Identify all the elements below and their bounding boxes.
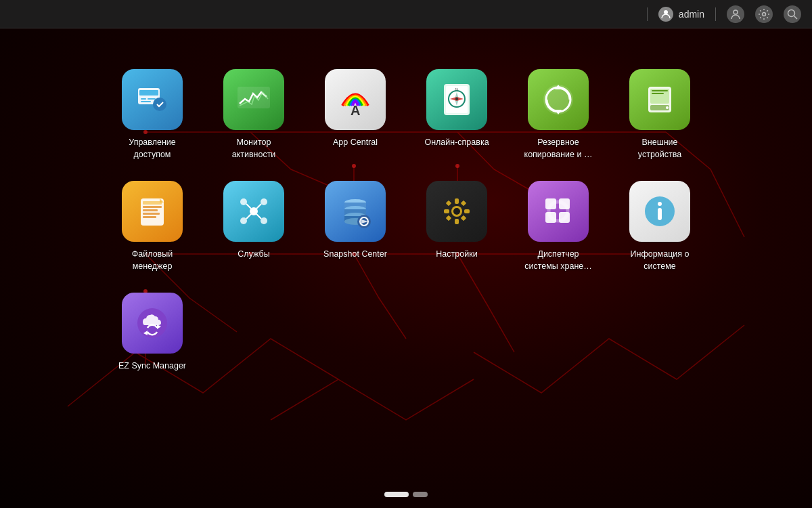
ez-sync-manager-icon <box>122 293 183 354</box>
activity-monitor-label: Мониторактивности <box>232 137 276 161</box>
file-manager-label: Файловыйменеджер <box>132 249 173 272</box>
svg-point-22 <box>763 12 766 16</box>
system-info-icon <box>629 181 690 242</box>
svg-line-24 <box>794 16 798 19</box>
app-app-central[interactable]: A App Central <box>311 69 399 161</box>
svg-rect-26 <box>139 90 158 96</box>
app-grid: Управлениедоступом Мониторактивности <box>108 69 704 373</box>
svg-point-47 <box>666 106 669 109</box>
snapshot-center-icon <box>325 181 386 242</box>
svg-rect-52 <box>143 206 162 208</box>
settings-icon <box>426 181 487 242</box>
svg-point-23 <box>788 9 795 16</box>
services-icon <box>223 181 284 242</box>
app-file-manager[interactable]: Файловыйменеджер <box>108 181 196 272</box>
svg-point-20 <box>664 10 668 14</box>
settings-label: Настройки <box>436 249 477 261</box>
svg-line-61 <box>246 204 251 209</box>
storage-manager-label: Диспетчерсистемы хране… <box>524 249 592 272</box>
topbar-divider <box>647 7 648 21</box>
svg-line-62 <box>256 204 261 209</box>
svg-rect-75 <box>455 198 459 204</box>
snapshot-center-label: Snapshot Center <box>323 249 387 261</box>
online-help-label: Онлайн-справка <box>424 137 489 149</box>
svg-point-90 <box>658 202 662 206</box>
empty-cell-1 <box>210 293 298 373</box>
online-help-icon: N <box>426 69 487 130</box>
svg-rect-79 <box>446 200 451 206</box>
storage-manager-icon <box>528 181 589 242</box>
svg-rect-29 <box>141 101 151 102</box>
svg-rect-76 <box>455 219 459 224</box>
topbar-user: admin <box>658 7 704 22</box>
user-avatar-icon <box>658 7 673 22</box>
app-central-icon: A <box>325 69 386 130</box>
topbar: admin <box>0 0 812 28</box>
svg-rect-91 <box>658 208 662 220</box>
svg-point-30 <box>153 98 166 111</box>
empty-cell-3 <box>413 293 501 373</box>
access-control-icon <box>122 69 183 130</box>
svg-rect-81 <box>461 200 466 206</box>
app-settings[interactable]: Настройки <box>413 181 501 272</box>
main-content: Управлениедоступом Мониторактивности <box>0 28 812 508</box>
app-backup[interactable]: Резервноекопирование и … <box>514 69 602 161</box>
svg-rect-80 <box>461 215 466 221</box>
backup-label: Резервноекопирование и … <box>524 137 593 161</box>
svg-point-83 <box>453 208 460 215</box>
app-snapshot-center[interactable]: Snapshot Center <box>311 181 399 272</box>
svg-rect-28 <box>148 98 156 100</box>
svg-rect-77 <box>444 209 449 213</box>
empty-cell-5 <box>616 293 704 373</box>
svg-line-63 <box>246 214 251 219</box>
app-access-control[interactable]: Управлениедоступом <box>108 69 196 161</box>
svg-rect-53 <box>143 209 158 211</box>
page-dot-1[interactable] <box>384 492 409 497</box>
app-activity-monitor[interactable]: Мониторактивности <box>210 69 298 161</box>
access-control-label: Управлениедоступом <box>129 137 176 161</box>
svg-point-88 <box>549 202 568 221</box>
empty-cell-2 <box>311 293 399 373</box>
account-icon[interactable] <box>727 5 744 23</box>
external-devices-icon <box>629 69 690 130</box>
app-online-help[interactable]: N Онлайн-справка <box>413 69 501 161</box>
svg-rect-27 <box>141 98 146 100</box>
svg-rect-49 <box>652 93 664 94</box>
svg-rect-82 <box>446 215 451 221</box>
svg-rect-48 <box>652 90 668 91</box>
svg-point-21 <box>734 10 738 14</box>
file-manager-icon <box>122 181 183 242</box>
empty-cell-4 <box>514 293 602 373</box>
settings-gear-icon[interactable] <box>755 5 773 23</box>
system-info-label: Информация осистеме <box>631 249 690 272</box>
search-icon[interactable] <box>784 5 801 23</box>
app-services[interactable]: Службы <box>210 181 298 272</box>
page-indicator <box>384 492 428 497</box>
app-storage-manager[interactable]: Диспетчерсистемы хране… <box>514 181 602 272</box>
svg-text:A: A <box>351 103 360 118</box>
app-system-info[interactable]: Информация осистеме <box>616 181 704 272</box>
app-external-devices[interactable]: Внешниеустройства <box>616 69 704 161</box>
services-label: Службы <box>238 249 269 261</box>
svg-rect-51 <box>143 201 162 205</box>
svg-point-38 <box>455 98 458 100</box>
app-central-label: App Central <box>333 137 378 149</box>
svg-line-64 <box>256 214 261 219</box>
activity-monitor-icon <box>223 69 284 130</box>
page-dot-2[interactable] <box>413 492 428 497</box>
svg-rect-54 <box>143 213 160 215</box>
svg-rect-55 <box>143 216 156 218</box>
external-devices-label: Внешниеустройства <box>638 137 681 161</box>
svg-rect-78 <box>464 209 470 213</box>
username-label: admin <box>679 9 704 20</box>
ez-sync-manager-label: EZ Sync Manager <box>118 360 186 373</box>
app-ez-sync-manager[interactable]: EZ Sync Manager <box>108 293 196 373</box>
topbar-divider2 <box>715 7 716 21</box>
backup-icon <box>528 69 589 130</box>
svg-text:N: N <box>455 87 458 91</box>
